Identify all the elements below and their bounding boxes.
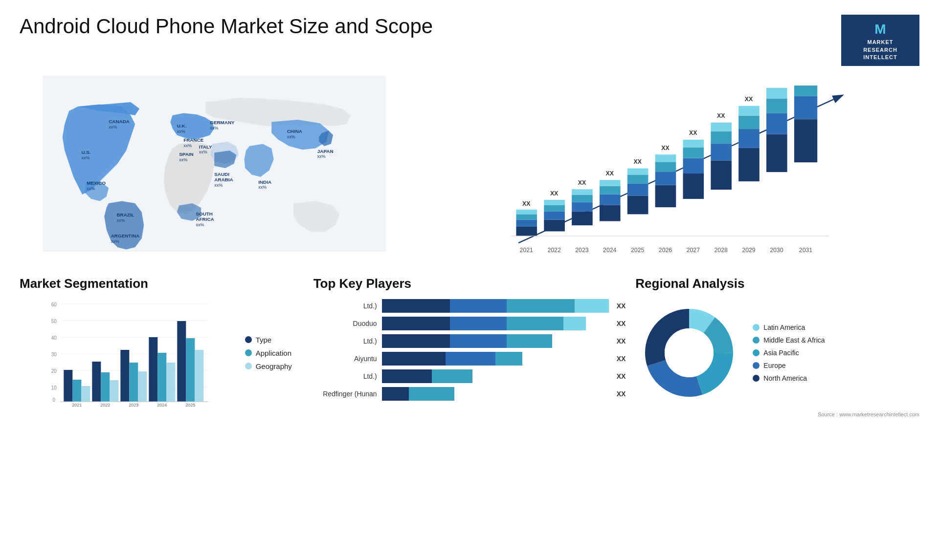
bar-2021-seg2 bbox=[516, 220, 537, 227]
seg-bar-2021-type bbox=[64, 370, 72, 402]
player-bar-6 bbox=[382, 387, 609, 401]
year-2023: 2023 bbox=[576, 247, 589, 254]
canada-label: CANADA bbox=[109, 119, 130, 125]
player-bar-3-seg2 bbox=[450, 334, 507, 348]
map-section: CANADA xx% U.S. xx% MEXICO xx% BRAZIL xx… bbox=[20, 76, 409, 261]
key-players-section: Top Key Players Ltd.) XX Duoduo bbox=[313, 276, 626, 417]
southafrica-value: xx% bbox=[196, 222, 204, 227]
seg-bar-2021-app bbox=[72, 380, 81, 402]
bar-2028-seg2 bbox=[711, 144, 732, 161]
donut-center bbox=[665, 328, 714, 377]
player-bar-4-seg2 bbox=[446, 352, 495, 366]
legend-application: Application bbox=[245, 349, 304, 357]
bar-2026-seg3 bbox=[655, 162, 676, 172]
bar-2024-seg1 bbox=[600, 205, 621, 221]
page-title: Android Cloud Phone Market Size and Scop… bbox=[20, 15, 433, 38]
bar-2027-seg2 bbox=[683, 158, 704, 173]
seg-bar-2021-geo bbox=[81, 386, 90, 402]
argentina-label: ARGENTINA bbox=[111, 234, 140, 239]
player-bar-4 bbox=[382, 352, 609, 366]
india-value: xx% bbox=[258, 185, 267, 190]
seg-bar-2025-type bbox=[177, 321, 186, 402]
legend-dot-europe bbox=[753, 362, 760, 369]
bar-2029-seg2 bbox=[739, 129, 760, 148]
legend-dot-asia bbox=[753, 349, 760, 356]
seg-year-2022: 2022 bbox=[100, 403, 110, 407]
player-bar-4-seg3 bbox=[495, 352, 523, 366]
mexico-value: xx% bbox=[87, 186, 95, 191]
legend-dot-north-america bbox=[753, 375, 760, 382]
bar-2025-seg4 bbox=[627, 169, 648, 175]
bar-2022-seg1 bbox=[544, 220, 565, 232]
uk-label: U.K. bbox=[177, 124, 187, 129]
bar-2029-seg3 bbox=[739, 116, 760, 129]
seg-year-2024: 2024 bbox=[157, 403, 167, 407]
bar-2031-seg1 bbox=[794, 120, 817, 163]
player-row-1: Ltd.) XX bbox=[313, 299, 626, 313]
player-bar-6-seg3 bbox=[409, 387, 454, 401]
player-value-4: XX bbox=[617, 355, 626, 363]
bar-2025-seg1 bbox=[627, 196, 648, 215]
bar-2028-label: XX bbox=[717, 113, 725, 120]
player-row-5: Ltd.) XX bbox=[313, 369, 626, 383]
uk-value: xx% bbox=[177, 129, 185, 134]
year-2030: 2030 bbox=[770, 247, 784, 254]
y-label-30: 30 bbox=[51, 352, 57, 357]
legend-label-asia: Asia Pacific bbox=[763, 349, 799, 357]
bar-2023-label: XX bbox=[578, 179, 586, 186]
year-2022: 2022 bbox=[548, 247, 561, 254]
regional-title: Regional Analysis bbox=[635, 276, 919, 291]
player-bar-1-seg1 bbox=[382, 299, 450, 313]
year-2021: 2021 bbox=[520, 247, 534, 254]
segmentation-svg: 60 50 40 30 20 10 0 2021 bbox=[20, 299, 235, 407]
us-label: U.S. bbox=[81, 150, 90, 155]
bar-2029-seg1 bbox=[739, 148, 760, 181]
canada-value: xx% bbox=[109, 125, 117, 129]
china-value: xx% bbox=[287, 134, 295, 139]
bar-2030-seg2 bbox=[766, 113, 787, 134]
germany-label: GERMANY bbox=[210, 120, 235, 125]
bar-2021-seg3 bbox=[516, 215, 537, 220]
player-bar-5 bbox=[382, 369, 609, 383]
year-2027: 2027 bbox=[687, 247, 700, 254]
bar-2023-seg4 bbox=[572, 190, 593, 195]
bar-2026-seg4 bbox=[655, 155, 676, 162]
bar-2028-seg3 bbox=[711, 131, 732, 144]
legend-label-europe: Europe bbox=[763, 362, 785, 369]
bar-2024-seg3 bbox=[600, 186, 621, 194]
bar-2030-seg3 bbox=[766, 99, 787, 113]
seg-bar-2022-type bbox=[92, 362, 101, 402]
bar-2027-seg4 bbox=[683, 140, 704, 148]
japan-value: xx% bbox=[317, 154, 326, 159]
legend-app-label: Application bbox=[256, 349, 291, 357]
player-name-1: Ltd.) bbox=[313, 302, 377, 310]
legend-type-label: Type bbox=[256, 336, 272, 344]
germany-value: xx% bbox=[210, 126, 218, 130]
player-value-3: XX bbox=[617, 337, 626, 345]
segmentation-legend: Type Application Geography bbox=[245, 299, 304, 407]
player-bar-4-seg1 bbox=[382, 352, 446, 366]
player-name-4: Aiyuntu bbox=[313, 355, 377, 363]
year-2024: 2024 bbox=[604, 247, 617, 254]
spain-value: xx% bbox=[179, 157, 187, 162]
key-players-title: Top Key Players bbox=[313, 276, 626, 291]
bottom-section: Market Segmentation 60 50 40 30 20 10 0 bbox=[20, 276, 919, 417]
seg-bar-2022-geo bbox=[110, 380, 118, 402]
bar-2027-seg3 bbox=[683, 148, 704, 158]
southafrica-label: SOUTH bbox=[196, 212, 213, 217]
segmentation-section: Market Segmentation 60 50 40 30 20 10 0 bbox=[20, 276, 304, 417]
player-bar-5-seg3 bbox=[432, 369, 473, 383]
bar-2027-seg1 bbox=[683, 173, 704, 199]
seg-bar-2024-geo bbox=[166, 363, 175, 402]
bar-2024-seg2 bbox=[600, 194, 621, 205]
year-2025: 2025 bbox=[631, 247, 645, 254]
bar-2021-label: XX bbox=[522, 201, 531, 208]
logo-area: M MARKETRESEARCHINTELLECT bbox=[841, 15, 919, 66]
year-2029: 2029 bbox=[742, 247, 756, 254]
y-label-50: 50 bbox=[51, 319, 57, 324]
china-label: CHINA bbox=[287, 129, 302, 134]
bar-2026-seg1 bbox=[655, 185, 676, 207]
bar-2022-seg4 bbox=[544, 200, 565, 205]
player-bar-1 bbox=[382, 299, 609, 313]
legend-type: Type bbox=[245, 336, 304, 344]
